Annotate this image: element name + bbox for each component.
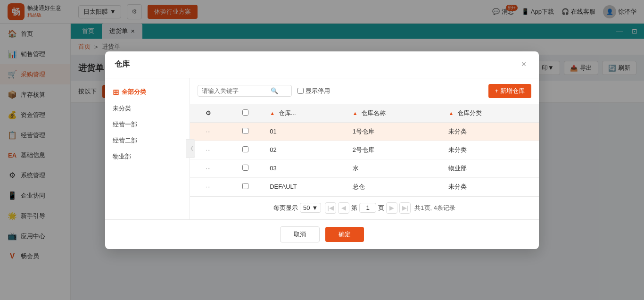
next-page-button[interactable]: ▶ (386, 202, 397, 214)
row-actions: ··· (190, 159, 227, 177)
table-row: ··· 02 2号仓库 未分类 (190, 141, 539, 159)
row-checkbox-cell (227, 141, 264, 159)
page-number-input[interactable] (359, 203, 376, 213)
table-panel: 🔍 显示停用 + 新增仓库 ⚙ (190, 78, 539, 219)
row-checkbox-cell (227, 122, 264, 141)
sort-category-icon: ▲ (448, 110, 454, 116)
table-body: ··· 01 1号仓库 未分类 ··· 02 2号仓库 未分类 ··· 03 水… (190, 122, 539, 196)
row-ellipsis-button[interactable]: ··· (206, 128, 211, 135)
row-checkbox[interactable] (242, 146, 248, 152)
row-category: 未分类 (443, 122, 539, 141)
category-panel: ⊞ 全部分类 未分类 经营一部 经营二部 物业部 《 (105, 78, 190, 219)
select-all-checkbox[interactable] (242, 109, 248, 116)
row-checkbox[interactable] (242, 183, 248, 189)
category-header[interactable]: ⊞ 全部分类 (105, 84, 190, 100)
row-name: 2号仓库 (347, 141, 443, 159)
col-header-gear: ⚙ (190, 104, 227, 123)
modal-header: 仓库 × (105, 51, 539, 78)
warehouse-table: ⚙ ▲ 仓库... ▲ 仓库名称 (190, 104, 539, 196)
per-page-label: 每页显示 (273, 204, 298, 212)
show-disabled-toggle[interactable]: 显示停用 (297, 87, 330, 95)
row-actions: ··· (190, 177, 227, 196)
add-warehouse-button[interactable]: + 新增仓库 (488, 84, 531, 98)
all-categories-label: 全部分类 (122, 88, 146, 96)
search-input[interactable] (202, 87, 268, 94)
show-disabled-checkbox[interactable] (297, 88, 304, 94)
category-item-ops1[interactable]: 经营一部 (105, 117, 190, 133)
row-code: 03 (264, 159, 347, 177)
modal-overlay: 仓库 × ⊞ 全部分类 未分类 经营一部 经营二部 (0, 0, 644, 300)
col-category-label: 仓库分类 (457, 109, 482, 117)
row-category: 未分类 (443, 141, 539, 159)
category-label-3: 物业部 (113, 153, 131, 160)
warehouse-modal: 仓库 × ⊞ 全部分类 未分类 经营一部 经营二部 (105, 51, 539, 249)
category-label-0: 未分类 (113, 105, 131, 112)
row-code: 02 (264, 141, 347, 159)
modal-footer: 取消 确定 (105, 219, 539, 249)
sort-name-icon: ▲ (353, 110, 358, 116)
row-ellipsis-button[interactable]: ··· (206, 183, 211, 190)
table-row: ··· DEFAULT 总仓 未分类 (190, 177, 539, 196)
row-name: 总仓 (347, 177, 443, 196)
page-size-select: 每页显示 50 ▼ (273, 203, 321, 213)
modal-body: ⊞ 全部分类 未分类 经营一部 经营二部 物业部 《 (105, 78, 539, 219)
page-size-value: 50 (303, 204, 310, 211)
modal-close-button[interactable]: × (518, 59, 529, 70)
col-code-label: 仓库... (279, 109, 296, 117)
search-box[interactable]: 🔍 (198, 85, 292, 97)
first-page-button[interactable]: |◀ (325, 202, 336, 214)
row-code: DEFAULT (264, 177, 347, 196)
data-table: ⚙ ▲ 仓库... ▲ 仓库名称 (190, 104, 539, 196)
row-checkbox[interactable] (242, 165, 248, 171)
category-label-2: 经营二部 (113, 137, 137, 144)
page-navigation: |◀ ◀ 第 页 ▶ ▶| (325, 202, 411, 214)
category-item-unclassified[interactable]: 未分类 (105, 100, 190, 117)
grid-icon: ⊞ (113, 88, 119, 97)
collapse-panel-button[interactable]: 《 (186, 139, 195, 158)
col-header-code: ▲ 仓库... (264, 104, 347, 123)
page-label: 第 (351, 204, 357, 212)
page-size-dropdown[interactable]: 50 ▼ (300, 203, 321, 213)
col-name-label: 仓库名称 (361, 109, 386, 117)
col-header-category: ▲ 仓库分类 (443, 104, 539, 123)
chevron-left-icon: 《 (188, 145, 193, 153)
sort-code-icon: ▲ (270, 110, 275, 116)
pagination: 每页显示 50 ▼ |◀ ◀ 第 页 ▶ ▶| (190, 196, 539, 219)
page-total: 共1页, 4条记录 (414, 204, 455, 212)
cancel-button[interactable]: 取消 (280, 226, 320, 242)
table-toolbar: 🔍 显示停用 + 新增仓库 (190, 78, 539, 104)
row-name: 1号仓库 (347, 122, 443, 141)
category-item-property[interactable]: 物业部 (105, 149, 190, 165)
row-checkbox[interactable] (242, 128, 248, 134)
row-ellipsis-button[interactable]: ··· (206, 165, 211, 172)
row-actions: ··· (190, 122, 227, 141)
modal-title: 仓库 (115, 59, 130, 69)
search-icon: 🔍 (271, 87, 278, 94)
category-label-1: 经营一部 (113, 121, 137, 128)
show-disabled-label: 显示停用 (305, 87, 330, 95)
table-row: ··· 01 1号仓库 未分类 (190, 122, 539, 141)
row-checkbox-cell (227, 177, 264, 196)
row-code: 01 (264, 122, 347, 141)
table-row: ··· 03 水 物业部 (190, 159, 539, 177)
row-name: 水 (347, 159, 443, 177)
last-page-button[interactable]: ▶| (399, 202, 411, 214)
row-checkbox-cell (227, 159, 264, 177)
row-actions: ··· (190, 141, 227, 159)
prev-page-button[interactable]: ◀ (338, 202, 349, 214)
page-unit: 页 (378, 204, 384, 212)
col-header-name: ▲ 仓库名称 (347, 104, 443, 123)
category-item-ops2[interactable]: 经营二部 (105, 133, 190, 149)
table-header-row: ⚙ ▲ 仓库... ▲ 仓库名称 (190, 104, 539, 123)
col-header-checkbox (227, 104, 264, 123)
row-ellipsis-button[interactable]: ··· (206, 146, 211, 153)
dropdown-arrow-icon: ▼ (312, 204, 318, 211)
confirm-button[interactable]: 确定 (325, 227, 364, 242)
row-category: 物业部 (443, 159, 539, 177)
row-category: 未分类 (443, 177, 539, 196)
